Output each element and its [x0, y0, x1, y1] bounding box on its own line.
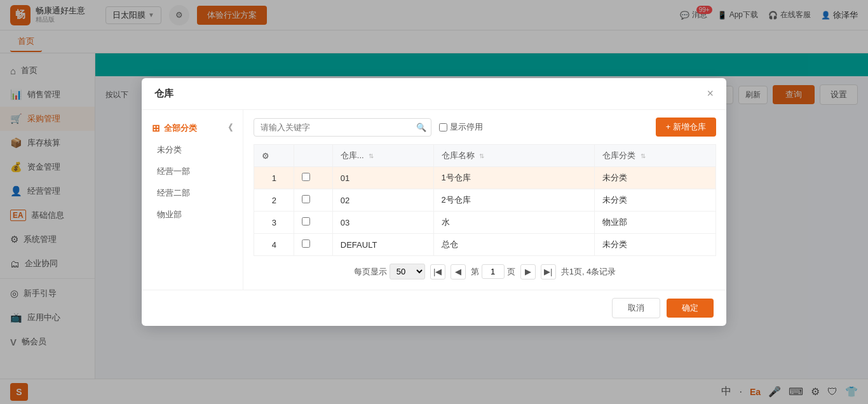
page-label: 第	[471, 266, 479, 278]
page-total: 共1页, 4条记录	[561, 266, 616, 278]
page-size-select: 每页显示 50 10 20 100	[354, 264, 425, 279]
table-container: ⚙ 仓库... ⇅ 仓库名称 ⇅ 仓库分类 ⇅ 1 01 1号仓库 未分类 2	[254, 144, 716, 256]
dialog-title: 仓库	[154, 88, 173, 100]
row-name: 水	[433, 212, 595, 234]
confirm-button[interactable]: 确定	[667, 299, 714, 318]
search-icon[interactable]: 🔍	[416, 123, 426, 132]
row-category: 未分类	[595, 167, 716, 189]
dialog-body: ⊞ 全部分类 《 未分类 经营一部 经营二部 物业部 🔍	[142, 110, 726, 290]
dialog-footer: 取消 确定	[142, 290, 726, 326]
show-disabled-toggle[interactable]: 显示停用	[439, 121, 483, 133]
page-input: 第 页	[471, 264, 515, 279]
row-category: 未分类	[595, 234, 716, 256]
close-button[interactable]: ×	[707, 87, 714, 100]
last-page-button[interactable]: ▶|	[541, 264, 556, 279]
row-num: 2	[254, 189, 294, 212]
show-disabled-label: 显示停用	[450, 121, 483, 133]
show-disabled-checkbox[interactable]	[439, 123, 447, 131]
row-name: 总仓	[433, 234, 595, 256]
page-number-input[interactable]	[482, 264, 505, 279]
search-input-wrap: 🔍	[254, 118, 431, 137]
grid-icon: ⊞	[152, 123, 160, 134]
prev-page-button[interactable]: ◀	[451, 264, 466, 279]
dialog-header: 仓库 ×	[142, 78, 726, 110]
category-item-property[interactable]: 物业部	[142, 204, 243, 226]
table-row[interactable]: 2 02 2号仓库 未分类	[254, 189, 716, 212]
add-warehouse-button[interactable]: + 新增仓库	[656, 118, 716, 137]
th-name: 仓库名称 ⇅	[433, 145, 595, 167]
row-code: 01	[332, 167, 433, 189]
dialog-overlay: 仓库 × ⊞ 全部分类 《 未分类 经营一部 经营二部 物业部	[0, 0, 868, 404]
table-row[interactable]: 1 01 1号仓库 未分类	[254, 167, 716, 189]
row-code: 03	[332, 212, 433, 234]
th-category: 仓库分类 ⇅	[595, 145, 716, 167]
per-page-label: 每页显示	[354, 266, 387, 278]
row-num: 4	[254, 234, 294, 256]
category-item-operation2[interactable]: 经营二部	[142, 182, 243, 204]
search-input[interactable]	[254, 118, 431, 137]
row-code: 02	[332, 189, 433, 212]
cancel-button[interactable]: 取消	[612, 298, 660, 318]
pagination: 每页显示 50 10 20 100 |◀ ◀ 第 页	[254, 256, 716, 282]
row-check[interactable]	[294, 167, 332, 189]
row-check[interactable]	[294, 189, 332, 212]
row-name: 2号仓库	[433, 189, 595, 212]
th-check	[294, 145, 332, 167]
collapse-icon[interactable]: 《	[224, 123, 233, 134]
row-category: 物业部	[595, 212, 716, 234]
row-num: 3	[254, 212, 294, 234]
warehouse-table: ⚙ 仓库... ⇅ 仓库名称 ⇅ 仓库分类 ⇅ 1 01 1号仓库 未分类 2	[254, 144, 716, 256]
category-panel: ⊞ 全部分类 《 未分类 经营一部 经营二部 物业部	[142, 110, 243, 290]
row-name: 1号仓库	[433, 167, 595, 189]
category-header-label: 全部分类	[164, 123, 197, 134]
row-num: 1	[254, 167, 294, 189]
warehouse-dialog: 仓库 × ⊞ 全部分类 《 未分类 经营一部 经营二部 物业部	[142, 78, 726, 326]
next-page-button[interactable]: ▶	[520, 264, 536, 279]
row-code: DEFAULT	[332, 234, 433, 256]
table-panel: 🔍 显示停用 + 新增仓库 ⚙	[243, 110, 726, 290]
first-page-button[interactable]: |◀	[430, 264, 445, 279]
row-category: 未分类	[595, 189, 716, 212]
th-code: 仓库... ⇅	[332, 145, 433, 167]
row-check[interactable]	[294, 234, 332, 256]
table-toolbar: 🔍 显示停用 + 新增仓库	[254, 118, 716, 137]
table-row[interactable]: 4 DEFAULT 总仓 未分类	[254, 234, 716, 256]
category-item-unclassified[interactable]: 未分类	[142, 139, 243, 161]
category-header[interactable]: ⊞ 全部分类 《	[142, 118, 243, 139]
table-row[interactable]: 3 03 水 物业部	[254, 212, 716, 234]
per-page-dropdown[interactable]: 50 10 20 100	[390, 264, 425, 279]
row-check[interactable]	[294, 212, 332, 234]
th-settings: ⚙	[254, 145, 294, 167]
page-suffix: 页	[507, 266, 515, 278]
category-item-operation1[interactable]: 经营一部	[142, 161, 243, 182]
